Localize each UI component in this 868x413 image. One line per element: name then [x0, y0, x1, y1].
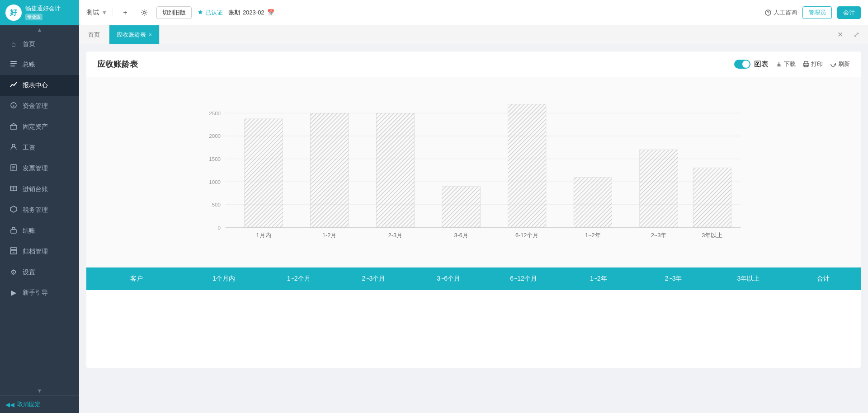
main-content: 测试 ▼ + 切到旧版 已认证 账期 2023-02 📅 人工咨询 管理员 会计: [79, 0, 868, 413]
col-total: 合计: [786, 268, 861, 290]
svg-point-20: [768, 14, 768, 14]
topbar-divider1: [113, 8, 113, 17]
project-selector[interactable]: 测试 ▼: [86, 9, 107, 17]
add-btn[interactable]: +: [118, 6, 132, 19]
svg-rect-21: [804, 61, 808, 64]
chart-toggle[interactable]: 图表: [734, 60, 769, 69]
consult-btn[interactable]: 人工咨询: [764, 9, 797, 17]
user-btn[interactable]: 管理员: [802, 6, 832, 19]
project-name: 测试: [86, 9, 99, 17]
col-2-3year: 2~3年: [636, 268, 711, 290]
tab-home[interactable]: 首页: [79, 25, 109, 44]
reports-icon: [9, 81, 18, 90]
app-edition: 专业版: [25, 14, 42, 20]
col-1-2year: 1~2年: [561, 268, 636, 290]
cancel-fixed-label: 取消固定: [17, 400, 41, 408]
bar-1-2月: [311, 113, 349, 227]
period-value: 2023-02: [243, 9, 264, 16]
sidebar-item-label: 首页: [23, 40, 35, 48]
svg-rect-5: [11, 126, 16, 129]
settings-icon: ⚙: [9, 268, 18, 277]
sidebar-item-label: 结账: [23, 227, 35, 235]
sidebar-item-funds[interactable]: ¥ 资金管理: [0, 96, 79, 117]
scroll-down-btn[interactable]: ▼: [0, 386, 79, 395]
svg-text:1月内: 1月内: [256, 232, 271, 239]
svg-text:6-12个月: 6-12个月: [515, 232, 538, 239]
bar-2-3月: [376, 113, 414, 227]
sidebar: 好 畅捷通好会计 专业版 ▲ ⌂ 首页 总账 报表中心 ¥: [0, 0, 79, 413]
consult-label: 人工咨询: [774, 9, 797, 17]
sidebar-item-label: 固定资产: [23, 123, 48, 131]
svg-point-6: [12, 144, 15, 147]
sidebar-item-label: 报表中心: [23, 81, 48, 89]
svg-text:1000: 1000: [209, 179, 221, 185]
sidebar-item-label: 税务管理: [23, 206, 48, 214]
sidebar-item-label: 资金管理: [23, 102, 48, 110]
sidebar-item-inventory[interactable]: 进销台账: [0, 179, 79, 200]
cancel-fixed-btn[interactable]: ◀◀ 取消固定: [0, 395, 79, 413]
bar-1-2年: [574, 178, 612, 228]
sidebar-item-archive[interactable]: 归档管理: [0, 241, 79, 262]
svg-text:3年以上: 3年以上: [702, 232, 722, 239]
sidebar-item-guide[interactable]: ▶ 新手引导: [0, 282, 79, 303]
pin-icon: ◀◀: [5, 401, 14, 408]
logo-text: 畅捷通好会计 专业版: [25, 5, 61, 21]
report-header: 应收账龄表 图表 下载 打印: [86, 52, 861, 77]
svg-text:500: 500: [212, 202, 221, 207]
bar-2-3年: [640, 150, 678, 228]
refresh-btn[interactable]: 刷新: [830, 60, 850, 68]
svg-point-19: [765, 10, 771, 15]
switch-version-btn[interactable]: 切到旧版: [156, 6, 192, 19]
tab-close-icon[interactable]: ×: [149, 32, 152, 38]
svg-text:2000: 2000: [209, 133, 221, 139]
tabbar-actions: ✕ ⤢: [828, 28, 868, 41]
certified-badge: 已认证: [197, 9, 223, 17]
sidebar-item-wages[interactable]: 工资: [0, 137, 79, 158]
close-account-icon: [9, 226, 18, 235]
expand-btn[interactable]: ⤢: [850, 28, 863, 41]
guide-icon: ▶: [9, 288, 18, 297]
svg-text:3-6月: 3-6月: [454, 232, 468, 239]
svg-text:1500: 1500: [209, 156, 221, 162]
chart-container: 0 500 1000 1500 2000 2500: [97, 84, 850, 256]
svg-text:2500: 2500: [209, 110, 221, 116]
svg-text:1-2月: 1-2月: [322, 232, 336, 239]
sidebar-item-settings[interactable]: ⚙ 设置: [0, 262, 79, 282]
sidebar-item-tax[interactable]: 税务管理: [0, 200, 79, 221]
sidebar-item-close[interactable]: 结账: [0, 221, 79, 241]
sidebar-item-ledger[interactable]: 总账: [0, 54, 79, 75]
svg-rect-2: [10, 66, 15, 66]
sidebar-item-home[interactable]: ⌂ 首页: [0, 34, 79, 54]
svg-text:1~2年: 1~2年: [585, 232, 600, 239]
print-label: 打印: [811, 60, 823, 68]
ledger-icon: [9, 60, 18, 69]
tab-ar-aging[interactable]: 应收账龄表 ×: [109, 25, 160, 44]
sidebar-item-label: 新手引导: [23, 289, 48, 297]
funds-icon: ¥: [9, 102, 18, 111]
toggle-track[interactable]: [734, 60, 750, 69]
download-btn[interactable]: 下载: [776, 60, 796, 68]
col-2-3month: 2~3个月: [336, 268, 411, 290]
svg-point-18: [143, 11, 145, 14]
chart-area: 0 500 1000 1500 2000 2500: [86, 77, 861, 268]
svg-rect-1: [10, 63, 17, 64]
settings-btn[interactable]: [137, 6, 151, 19]
download-label: 下载: [784, 60, 796, 68]
refresh-label: 刷新: [838, 60, 850, 68]
close-tab-btn[interactable]: ✕: [834, 28, 846, 41]
svg-rect-14: [11, 230, 16, 233]
col-1-2month: 1~2个月: [261, 268, 336, 290]
print-btn[interactable]: 打印: [803, 60, 823, 68]
sidebar-item-assets[interactable]: 固定资产: [0, 117, 79, 137]
home-icon: ⌂: [9, 40, 18, 48]
calendar-icon[interactable]: 📅: [267, 9, 274, 16]
topbar: 测试 ▼ + 切到旧版 已认证 账期 2023-02 📅 人工咨询 管理员 会计: [79, 0, 868, 25]
sidebar-logo: 好 畅捷通好会计 专业版: [0, 0, 79, 25]
tabbar: 首页 应收账龄表 × ✕ ⤢: [79, 25, 868, 44]
role-btn[interactable]: 会计: [837, 6, 861, 19]
app-name: 畅捷通好会计: [25, 5, 61, 13]
sidebar-item-reports[interactable]: 报表中心: [0, 75, 79, 96]
assets-icon: [9, 122, 18, 131]
scroll-up-btn[interactable]: ▲: [0, 25, 79, 34]
sidebar-item-invoices[interactable]: 发票管理: [0, 158, 79, 179]
